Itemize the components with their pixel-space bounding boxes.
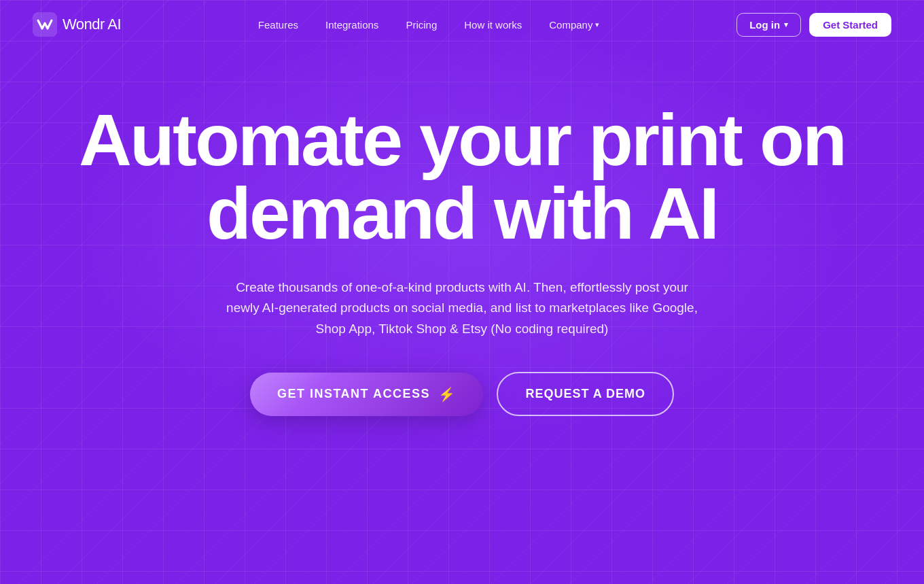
login-chevron-icon: ▾ <box>784 20 788 29</box>
company-chevron-icon: ▾ <box>595 20 599 29</box>
nav-links: Features Integrations Pricing How it wor… <box>247 14 611 36</box>
nav-how-it-works[interactable]: How it works <box>453 14 533 36</box>
instant-access-button[interactable]: GET INSTANT ACCESS ⚡ <box>250 373 484 416</box>
wondr-logo-icon <box>33 12 57 37</box>
login-button[interactable]: Log in ▾ <box>736 13 801 37</box>
nav-pricing[interactable]: Pricing <box>395 14 448 36</box>
nav-actions: Log in ▾ Get Started <box>736 13 891 37</box>
navbar: Wondr AI Features Integrations Pricing H… <box>0 0 924 49</box>
nav-company[interactable]: Company ▾ <box>538 14 610 36</box>
hero-title: Automate your print on demand with AI <box>54 103 870 250</box>
bolt-icon: ⚡ <box>438 386 457 402</box>
nav-integrations[interactable]: Integrations <box>315 14 389 36</box>
hero-subtitle: Create thousands of one-of-a-kind produc… <box>224 277 700 339</box>
hero-cta-group: GET INSTANT ACCESS ⚡ REQUEST A DEMO <box>250 372 674 416</box>
nav-features[interactable]: Features <box>247 14 309 36</box>
request-demo-button[interactable]: REQUEST A DEMO <box>497 372 674 416</box>
get-started-button[interactable]: Get Started <box>809 13 891 37</box>
logo-text: Wondr AI <box>63 16 121 33</box>
hero-section: Automate your print on demand with AI Cr… <box>0 49 924 416</box>
logo-link[interactable]: Wondr AI <box>33 12 121 37</box>
